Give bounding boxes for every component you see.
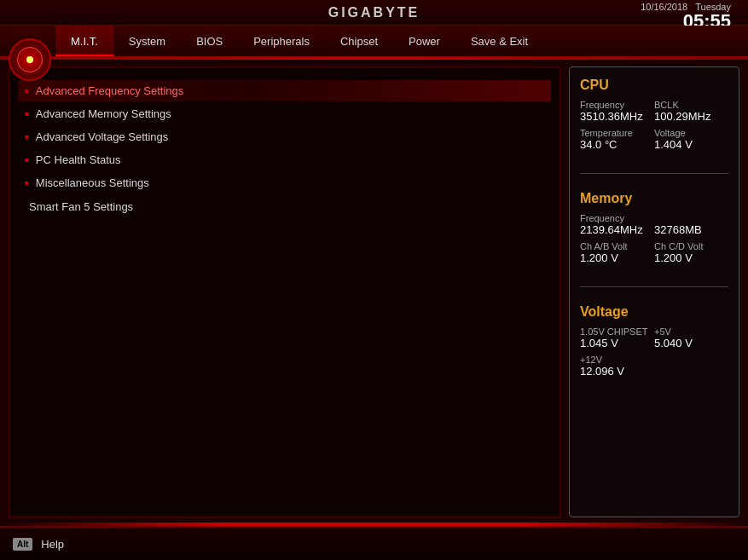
- memory-chc-col: Ch C/D Volt 1.200 V: [654, 241, 728, 264]
- nav-item-peripherals[interactable]: Peripherals: [238, 26, 325, 56]
- cpu-freq-col: Frequency 3510.36MHz: [580, 100, 654, 123]
- logo: [9, 38, 51, 81]
- alt-key-badge: Alt: [13, 538, 32, 551]
- voltage-chipset-5v-row: 1.05V CHIPSET 1.045 V +5V 5.040 V: [580, 326, 728, 349]
- menu-item-adv-volt[interactable]: Advanced Voltage Settings: [18, 126, 551, 147]
- divider-1: [580, 173, 728, 174]
- header: GIGABYTE 10/16/2018 Tuesday 05:55: [0, 0, 748, 26]
- cpu-temp-value: 34.0 °C: [580, 138, 654, 151]
- cpu-bclk-value: 100.29MHz: [654, 110, 728, 123]
- cpu-volt-value: 1.404 V: [654, 138, 728, 151]
- memory-cha-col: Ch A/B Volt 1.200 V: [580, 241, 654, 264]
- nav-item-save-exit[interactable]: Save & Exit: [455, 26, 543, 56]
- voltage-12v-value: 12.096 V: [580, 365, 728, 378]
- cpu-section: CPU Frequency 3510.36MHz BCLK 100.29MHz …: [580, 78, 728, 156]
- voltage-title: Voltage: [580, 304, 728, 320]
- memory-freq-value: 2139.64MHz: [580, 223, 654, 236]
- voltage-chipset-label: 1.05V CHIPSET: [580, 326, 654, 337]
- footer: Alt Help: [0, 526, 748, 560]
- voltage-5v-label: +5V: [654, 326, 728, 337]
- memory-cha-value: 1.200 V: [580, 251, 654, 264]
- nav-item-bios[interactable]: BIOS: [181, 26, 238, 56]
- cpu-title: CPU: [580, 78, 728, 93]
- memory-size-value: 32768MB: [654, 223, 728, 236]
- menu-item-pc-health[interactable]: PC Health Status: [18, 149, 551, 170]
- cpu-freq-value: 3510.36MHz: [580, 110, 654, 123]
- nav-item-system[interactable]: System: [113, 26, 181, 56]
- cpu-freq-bclk-row: Frequency 3510.36MHz BCLK 100.29MHz: [580, 100, 728, 123]
- help-label: Help: [41, 538, 64, 551]
- left-panel: Advanced Frequency Settings Advanced Mem…: [9, 66, 560, 517]
- voltage-12v-label: +12V: [580, 355, 728, 365]
- right-panel: CPU Frequency 3510.36MHz BCLK 100.29MHz …: [569, 66, 739, 517]
- memory-cha-label: Ch A/B Volt: [580, 241, 654, 251]
- nav-item-mit[interactable]: M.I.T.: [55, 26, 113, 56]
- cpu-temp-label: Temperature: [580, 128, 654, 138]
- nav-item-power[interactable]: Power: [393, 26, 455, 56]
- memory-freq-col: 2139.64MHz: [580, 223, 654, 236]
- menu-item-adv-mem[interactable]: Advanced Memory Settings: [18, 103, 551, 124]
- menu-item-adv-freq[interactable]: Advanced Frequency Settings: [18, 80, 551, 101]
- cpu-volt-col: Voltage 1.404 V: [654, 128, 728, 151]
- menu-sub-item-smart-fan[interactable]: Smart Fan 5 Settings: [22, 195, 551, 218]
- memory-freq-label: Frequency: [580, 213, 728, 223]
- cpu-volt-label: Voltage: [654, 128, 728, 138]
- memory-title: Memory: [580, 191, 728, 206]
- memory-size-col: 32768MB: [654, 223, 728, 236]
- menu-item-misc[interactable]: Miscellaneous Settings: [18, 172, 551, 193]
- brand-title: GIGABYTE: [328, 5, 420, 20]
- voltage-chipset-value: 1.045 V: [580, 337, 654, 349]
- cpu-bclk-col: BCLK 100.29MHz: [654, 100, 728, 123]
- memory-section: Memory Frequency 2139.64MHz 32768MB Ch A…: [580, 191, 728, 269]
- memory-ch-row: Ch A/B Volt 1.200 V Ch C/D Volt 1.200 V: [580, 241, 728, 264]
- voltage-chipset-col: 1.05V CHIPSET 1.045 V: [580, 326, 654, 349]
- nav-items: M.I.T. System BIOS Peripherals Chipset P…: [55, 26, 543, 56]
- logo-inner: [17, 47, 43, 72]
- divider-2: [580, 286, 728, 287]
- cpu-temp-volt-row: Temperature 34.0 °C Voltage 1.404 V: [580, 128, 728, 151]
- voltage-5v-col: +5V 5.040 V: [654, 326, 728, 349]
- cpu-freq-label: Frequency: [580, 100, 654, 110]
- main-content: Advanced Frequency Settings Advanced Mem…: [0, 58, 748, 526]
- cpu-bclk-label: BCLK: [654, 100, 728, 110]
- memory-chc-value: 1.200 V: [654, 251, 728, 264]
- voltage-12v-col: +12V 12.096 V: [580, 355, 728, 378]
- memory-freq-size-row: 2139.64MHz 32768MB: [580, 223, 728, 236]
- logo-dot: [26, 56, 33, 63]
- navigation: M.I.T. System BIOS Peripherals Chipset P…: [0, 26, 748, 58]
- voltage-5v-value: 5.040 V: [654, 337, 728, 349]
- cpu-temp-col: Temperature 34.0 °C: [580, 128, 654, 151]
- nav-item-chipset[interactable]: Chipset: [325, 26, 393, 56]
- memory-chc-label: Ch C/D Volt: [654, 241, 728, 251]
- voltage-section: Voltage 1.05V CHIPSET 1.045 V +5V 5.040 …: [580, 304, 728, 378]
